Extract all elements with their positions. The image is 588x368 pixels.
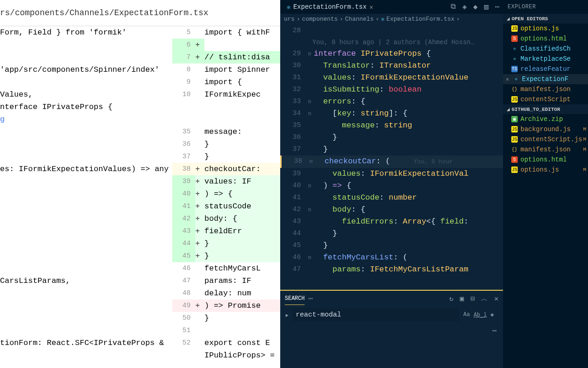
breadcrumb-item[interactable]: Channels xyxy=(345,16,373,23)
fold-icon[interactable] xyxy=(305,120,314,132)
open-editor-item[interactable]: ⚛ClassifiedsCh xyxy=(503,44,588,54)
more-icon[interactable]: ⋯ xyxy=(308,294,313,303)
fold-icon[interactable] xyxy=(305,132,314,144)
diff-row: 46 fetchMyCarsL xyxy=(0,262,280,275)
fold-icon[interactable] xyxy=(305,216,314,228)
more-icon[interactable]: ⋯ xyxy=(280,323,503,338)
regex-icon[interactable]: ✱ xyxy=(491,311,494,318)
file-item[interactable]: JSbackground.jsM xyxy=(503,124,588,134)
folder-section[interactable]: ◢ GITHUB_TO_EDITOR xyxy=(503,104,588,114)
code-line[interactable]: 39 values: IFormikExpectationVal xyxy=(280,168,503,180)
expand-icon[interactable]: ▸ xyxy=(285,310,292,320)
code-line[interactable]: 42⊟ body: { xyxy=(280,204,503,216)
refresh-icon[interactable]: ↻ xyxy=(449,294,453,303)
file-item[interactable]: ▣Archive.zip xyxy=(503,114,588,124)
file-item[interactable]: JSoptions.jsM xyxy=(503,165,588,175)
file-path: rs/components/Channels/ExpectationForm.t… xyxy=(0,0,280,26)
fold-icon[interactable]: ⊟ xyxy=(305,180,314,192)
fold-icon[interactable] xyxy=(305,228,314,240)
clear-icon[interactable]: ▣ xyxy=(460,294,464,303)
case-sensitive-icon[interactable]: Aa xyxy=(464,311,470,318)
open-editor-item[interactable]: ⚛MarketplaceSe xyxy=(503,54,588,64)
preview-icon[interactable]: ◈ xyxy=(462,2,467,12)
more-icon[interactable]: ⋯ xyxy=(495,2,499,12)
git-modified-badge: M xyxy=(583,147,586,152)
diff-row: 'app/src/components/Spinner/index'8impor… xyxy=(0,63,280,76)
fold-icon[interactable]: ⊟ xyxy=(305,252,314,264)
code-line[interactable]: 46⊟ fetchMyCarsList: ( xyxy=(280,252,503,264)
code-line[interactable]: 31 values: IFormikExpectationValue xyxy=(280,72,503,84)
open-editor-item[interactable]: 5options.html xyxy=(503,34,588,44)
chevron-up-icon[interactable]: ︿ xyxy=(481,294,488,303)
diff-row: 35 message: xyxy=(0,126,280,138)
fold-icon[interactable] xyxy=(305,240,314,252)
fold-icon[interactable]: ⊟ xyxy=(305,204,314,216)
close-icon[interactable]: ✕ xyxy=(494,294,498,303)
fold-icon[interactable] xyxy=(305,72,314,84)
breadcrumb-item[interactable]: components xyxy=(302,16,338,23)
fold-icon[interactable] xyxy=(305,264,314,276)
diff-row: 36 } xyxy=(0,138,280,150)
open-editor-item[interactable]: {}manifest.json xyxy=(503,84,588,94)
diff-row: es: IFormikExpectationValues) => any38+ … xyxy=(0,163,280,175)
code-line[interactable]: 33⊟ errors: { xyxy=(280,96,503,108)
chevron-down-icon: ◢ xyxy=(507,16,510,22)
code-line[interactable]: 47 params: IFetchMyCarsListParam xyxy=(280,264,503,276)
breadcrumb[interactable]: urs › components › Channels › ⚛ Expectat… xyxy=(280,14,503,25)
diff-row: 42+ body: { xyxy=(0,213,280,225)
whole-word-icon[interactable]: Ab̲l xyxy=(474,311,487,318)
diff-row: 7+// tslint:disa xyxy=(0,51,280,63)
editor-tab[interactable]: ⚛ ExpectationForm.tsx ✕ xyxy=(284,0,376,14)
open-editors-section[interactable]: ◢ OPEN EDITORS xyxy=(503,14,588,23)
fold-icon[interactable] xyxy=(305,144,314,155)
search-panel: SEARCH ⋯ ↻ ▣ ⊟ ︿ ✕ ▸ Aa Ab̲l ✱ ⋯ xyxy=(280,290,503,368)
file-item[interactable]: 5options.html xyxy=(503,155,588,165)
diff-row: 45+ } xyxy=(0,250,280,262)
code-line[interactable]: 41 statusCode: number xyxy=(280,192,503,204)
diff-row: tionForm: React.SFC<IPrivateProps &52exp… xyxy=(0,337,280,349)
open-editor-item[interactable]: JScontentScript xyxy=(503,94,588,104)
code-line[interactable]: 30 Translator: ITranslator xyxy=(280,60,503,72)
git-blame: You, 8 hours ago | 2 authors (Ahmed Hoss… xyxy=(280,37,503,48)
fold-icon[interactable] xyxy=(305,168,314,180)
breadcrumb-item[interactable]: ExpectationForm.tsx xyxy=(386,16,454,23)
code-line[interactable]: 40⊟ ) => { xyxy=(280,180,503,192)
search-input[interactable] xyxy=(292,308,459,322)
code-line[interactable]: 34⊟ [key: string]: { xyxy=(280,108,503,120)
file-item[interactable]: {}manifest.jsonM xyxy=(503,144,588,155)
code-line[interactable]: 32 isSubmitting: boolean xyxy=(280,84,503,96)
diff-icon[interactable]: ◆ xyxy=(473,2,478,12)
tab-bar: ⚛ ExpectationForm.tsx ✕ ⧉ ◈ ◆ ▥ ⋯ xyxy=(280,0,503,14)
code-line[interactable]: 43 fieldErrors: Array<{ field: xyxy=(280,216,503,228)
open-editor-item[interactable]: TSreleaseFeatur xyxy=(503,64,588,74)
code-editor[interactable]: 28 You, 8 hours ago | 2 authors (Ahmed H… xyxy=(280,25,503,290)
open-editor-item[interactable]: JSoptions.js xyxy=(503,23,588,34)
code-line[interactable]: 37 } xyxy=(280,144,503,155)
fold-icon[interactable] xyxy=(305,60,314,72)
code-line[interactable]: 29⊟interface IPrivateProps { xyxy=(280,48,503,60)
split-icon[interactable]: ▥ xyxy=(484,2,489,12)
close-icon[interactable]: ✕ xyxy=(506,76,509,83)
breadcrumb-item[interactable]: urs xyxy=(284,16,294,23)
fold-icon[interactable]: ⊟ xyxy=(305,96,314,108)
code-line[interactable]: 45 } xyxy=(280,240,503,252)
code-line[interactable]: 44 } xyxy=(280,228,503,240)
file-item[interactable]: JScontentScript.jsM xyxy=(503,134,588,144)
code-line[interactable]: 38⊟ checkoutCar: ( You, 8 hour xyxy=(280,155,503,168)
code-line[interactable]: 36 } xyxy=(280,132,503,144)
fold-icon[interactable] xyxy=(305,84,314,96)
search-tab[interactable]: SEARCH xyxy=(285,293,305,305)
js-icon: JS xyxy=(511,136,518,143)
collapse-icon[interactable]: ⊟ xyxy=(470,294,475,303)
compare-icon[interactable]: ⧉ xyxy=(451,2,456,12)
js-icon: JS xyxy=(511,126,518,132)
close-icon[interactable]: ✕ xyxy=(369,3,373,11)
code-line[interactable]: 35 message: string xyxy=(280,120,503,132)
fold-icon[interactable]: ⊟ xyxy=(307,155,315,168)
fold-icon[interactable]: ⊟ xyxy=(305,48,314,60)
open-editor-item[interactable]: ✕⚛ExpectationF xyxy=(503,74,588,84)
react-icon: ⚛ xyxy=(381,16,384,23)
diff-row: 43+ fieldErr xyxy=(0,225,280,237)
fold-icon[interactable]: ⊟ xyxy=(305,108,314,120)
fold-icon[interactable] xyxy=(305,192,314,204)
